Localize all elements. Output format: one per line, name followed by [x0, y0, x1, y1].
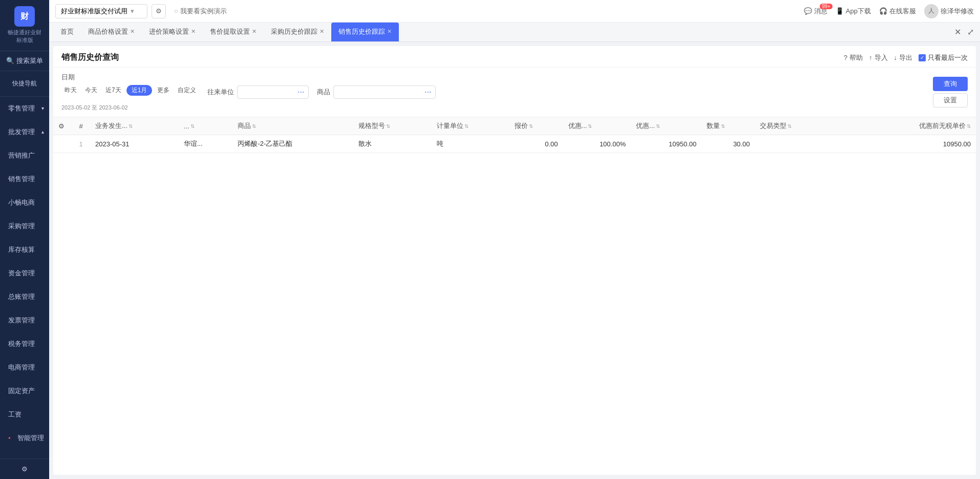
sidebar-item-tax[interactable]: 税务管理 — [0, 332, 49, 356]
col-price-sort[interactable]: 报价 ⇅ — [515, 121, 533, 130]
date-opt-last1month[interactable]: 近1月 — [126, 85, 153, 96]
user-avatar: 人 — [924, 4, 939, 18]
col-more1-sort[interactable]: ... ⇅ — [184, 122, 195, 130]
sidebar-item-assets[interactable]: 固定资产 — [0, 379, 49, 403]
sidebar-item-payroll[interactable]: 工资 — [0, 403, 49, 426]
tab-purchase-strategy-close[interactable]: ✕ — [191, 28, 196, 35]
date-opt-more[interactable]: 更多 — [154, 85, 173, 96]
tab-product-price[interactable]: 商品价格设置 ✕ — [81, 23, 142, 42]
sidebar-item-invoice[interactable]: 发票管理 — [0, 309, 49, 332]
help-button[interactable]: ? 帮助 — [844, 53, 863, 62]
sidebar-search[interactable]: 🔍 搜索菜单 — [0, 51, 49, 71]
col-pretax-price[interactable]: 优惠前无税单价 ⇅ — [852, 117, 976, 135]
purchase-label: 采购管理 — [8, 222, 35, 231]
col-discount-amt[interactable]: 优惠... ⇅ — [631, 117, 701, 135]
invoice-label: 发票管理 — [8, 316, 35, 325]
settings-button[interactable]: 设置 — [933, 93, 968, 107]
tab-home-label: 首页 — [60, 27, 74, 36]
col-unit-sort[interactable]: 计量单位 ⇅ — [437, 121, 468, 130]
col-biz-date[interactable]: 业务发生... ⇅ — [90, 117, 179, 135]
col-trans-type[interactable]: 交易类型 ⇅ — [755, 117, 833, 135]
product-selector[interactable]: 好业财标准版交付试用 ▾ — [55, 4, 147, 18]
tab-purchase-strategy-label: 进价策略设置 — [149, 27, 189, 36]
sidebar-item-finance[interactable]: 资金管理 — [0, 262, 49, 285]
tab-price-extract[interactable]: 售价提取设置 ✕ — [203, 23, 264, 42]
sidebar-item-small-ecommerce[interactable]: 小畅电商 — [0, 191, 49, 214]
export-button[interactable]: ↓ 导出 — [894, 53, 913, 62]
sidebar-quick-nav[interactable]: 快捷导航 — [0, 71, 49, 97]
show-last-label: 只看最后一次 — [928, 53, 968, 62]
col-product-sort[interactable]: 商品 ⇅ — [238, 121, 256, 130]
date-opt-custom[interactable]: 自定义 — [175, 85, 199, 96]
quick-nav-item[interactable]: 快捷导航 — [0, 75, 49, 92]
sidebar-item-retail[interactable]: 零售管理 ▾ — [0, 97, 49, 120]
date-range-text: 2023-05-02 至 2023-06-02 — [61, 104, 128, 112]
source-unit-input[interactable]: ··· — [237, 85, 309, 99]
col-spec[interactable]: 规格型号 ⇅ — [353, 117, 432, 135]
row-product: 丙烯酸-2-乙基己酯 — [232, 135, 353, 153]
col-product[interactable]: 商品 ⇅ — [232, 117, 353, 135]
tab-sales-history[interactable]: 销售历史价跟踪 ✕ — [331, 23, 399, 42]
tabbar-end: ✕ ⤢ — [952, 25, 976, 39]
col-discount-pct[interactable]: 优惠... ⇅ — [563, 117, 631, 135]
col-biz-date-sort[interactable]: 业务发生... ⇅ — [95, 121, 133, 130]
col-discount-pct-sort[interactable]: 优惠... ⇅ — [568, 121, 592, 130]
sidebar-item-smart[interactable]: 智能管理 — [0, 426, 49, 450]
product-ellipsis[interactable]: ··· — [424, 88, 431, 97]
user-menu[interactable]: 人 徐泽华修改 — [924, 4, 974, 18]
sidebar-item-marketing[interactable]: 营销推广 — [0, 144, 49, 167]
tab-close-all-button[interactable]: ✕ — [952, 25, 963, 39]
topbar-settings-button[interactable]: ⚙ — [152, 4, 166, 18]
sidebar-item-ledger[interactable]: 总账管理 — [0, 285, 49, 309]
col-quantity[interactable]: 数量 ⇅ — [701, 117, 755, 135]
tab-home[interactable]: 首页 — [53, 23, 81, 42]
tabbar: 首页 商品价格设置 ✕ 进价策略设置 ✕ 售价提取设置 ✕ 采购历史价跟踪 ✕ … — [49, 23, 980, 42]
col-discount-amt-sort[interactable]: 优惠... ⇅ — [636, 121, 660, 130]
support-button[interactable]: 🎧 在线客服 — [879, 7, 916, 16]
app-download-button[interactable]: 📱 App下载 — [836, 7, 871, 16]
messages-button[interactable]: 💬 消息 99+ — [804, 7, 827, 16]
date-opt-today[interactable]: 今天 — [82, 85, 100, 96]
col-unit[interactable]: 计量单位 ⇅ — [432, 117, 510, 135]
search-label: 搜索菜单 — [16, 57, 43, 64]
sidebar-item-purchase[interactable]: 采购管理 — [0, 214, 49, 238]
sidebar-footer-settings[interactable]: ⚙ — [0, 459, 49, 479]
source-unit-ellipsis[interactable]: ··· — [297, 88, 304, 97]
tab-purchase-history-label: 采购历史价跟踪 — [271, 27, 317, 36]
tab-product-price-close[interactable]: ✕ — [130, 28, 135, 35]
table-row[interactable]: 1 2023-05-31 华谊... 丙烯酸-2-乙基己酯 散水 吨 0.00 … — [53, 135, 976, 153]
message-icon: 💬 — [804, 7, 812, 15]
tab-maximize-button[interactable]: ⤢ — [965, 25, 976, 39]
tab-purchase-history[interactable]: 采购历史价跟踪 ✕ — [264, 23, 331, 42]
sidebar-item-sales[interactable]: 销售管理 — [0, 167, 49, 191]
demo-link[interactable]: ○ 我要看实例演示 — [174, 7, 227, 16]
date-opt-last7[interactable]: 近7天 — [102, 85, 124, 96]
col-trans-type-sort[interactable]: 交易类型 ⇅ — [760, 121, 792, 130]
col-quantity-sort[interactable]: 数量 ⇅ — [707, 121, 725, 130]
col-price[interactable]: 报价 ⇅ — [509, 117, 563, 135]
sidebar-item-ecommerce[interactable]: 电商管理 — [0, 356, 49, 379]
col-pretax-price-sort[interactable]: 优惠前无税单价 ⇅ — [919, 121, 971, 130]
tab-purchase-strategy[interactable]: 进价策略设置 ✕ — [142, 23, 203, 42]
tab-purchase-history-close[interactable]: ✕ — [319, 28, 324, 35]
col-more1[interactable]: ... ⇅ — [179, 117, 233, 135]
col-spec-sort[interactable]: 规格型号 ⇅ — [358, 121, 390, 130]
date-opt-yesterday[interactable]: 昨天 — [61, 85, 80, 96]
tab-price-extract-close[interactable]: ✕ — [252, 28, 257, 35]
col-trans-type-label: 交易类型 — [760, 121, 786, 130]
sidebar-item-inventory[interactable]: 库存核算 — [0, 238, 49, 262]
col-product-label: 商品 — [238, 121, 251, 130]
import-button[interactable]: ↑ 导入 — [869, 53, 888, 62]
row-settings[interactable] — [53, 135, 72, 153]
product-input[interactable]: ··· — [333, 85, 436, 99]
col-settings[interactable]: ⚙ — [53, 117, 72, 135]
sidebar-item-wholesale[interactable]: 批发管理 ▴ — [0, 120, 49, 144]
show-last-checkbox[interactable]: 只看最后一次 — [919, 53, 968, 62]
table-header: ⚙ # 业务发生... ⇅ ... ⇅ — [53, 117, 976, 135]
query-button[interactable]: 查询 — [933, 77, 968, 91]
tab-price-extract-label: 售价提取设置 — [210, 27, 250, 36]
support-icon: 🎧 — [879, 7, 887, 15]
table-body: 1 2023-05-31 华谊... 丙烯酸-2-乙基己酯 散水 吨 0.00 … — [53, 135, 976, 153]
app-icon: 📱 — [836, 7, 844, 15]
tab-sales-history-close[interactable]: ✕ — [387, 28, 392, 35]
